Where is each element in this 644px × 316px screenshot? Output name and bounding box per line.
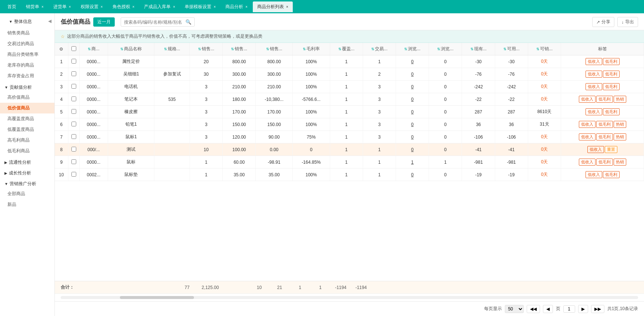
col-name[interactable]: ⇅ 商品名称 <box>108 43 154 55</box>
sidebar-group-contribution[interactable]: ▼ 贡献值分析 <box>0 81 54 92</box>
row-checkbox[interactable] <box>71 84 76 89</box>
prev-page-button[interactable]: ◀ <box>543 305 553 313</box>
export-button[interactable]: ↓ 导出 <box>617 17 638 27</box>
sidebar-item-low-value[interactable]: 低价值商品 <box>0 103 54 113</box>
sidebar-group-flow[interactable]: ▶ 流通性分析 <box>0 156 54 167</box>
select-all-checkbox[interactable] <box>71 46 76 51</box>
col-profit-rate[interactable]: ⇅ 毛利率 <box>292 43 330 55</box>
col-sales-qty[interactable]: ⇅ 销售... <box>189 43 222 55</box>
row-checkbox[interactable] <box>71 109 76 114</box>
close-icon[interactable]: × <box>173 5 175 9</box>
next-page-button[interactable]: ▶ <box>578 305 588 313</box>
per-page-select[interactable]: 50 100 200 <box>505 305 524 313</box>
row-checkbox[interactable] <box>71 59 76 64</box>
close-icon[interactable]: × <box>69 5 71 9</box>
sidebar-item-low-profit[interactable]: 低毛利商品 <box>0 146 54 156</box>
row-browse1[interactable]: 1 <box>396 156 429 169</box>
row-browse1[interactable]: 0 <box>396 106 429 118</box>
first-page-button[interactable]: ◀◀ <box>527 305 540 313</box>
nav-sales[interactable]: 销货单 × <box>21 1 48 12</box>
nav-role-auth[interactable]: 角色授权 × <box>108 1 139 12</box>
row-code: 000/... <box>79 143 108 156</box>
row-browse1[interactable]: 0 <box>396 131 429 143</box>
close-icon[interactable]: × <box>101 5 103 9</box>
sidebar-item-low-coverage[interactable]: 低覆盖度商品 <box>0 124 54 135</box>
row-checkbox[interactable] <box>71 147 76 152</box>
col-code[interactable]: ⇅ 商... <box>79 43 108 55</box>
row-browse1[interactable]: 0 <box>396 68 429 81</box>
nav-product-analysis-list[interactable]: 商品分析列表 × <box>253 1 293 12</box>
close-icon[interactable]: × <box>245 5 248 9</box>
col-spec[interactable]: ⇅ 规格... <box>154 43 189 55</box>
sidebar-item-traded-goods[interactable]: 交易过的商品 <box>0 38 54 49</box>
close-icon[interactable]: × <box>286 5 288 9</box>
row-checkbox[interactable] <box>71 71 76 76</box>
sidebar-item-high-value[interactable]: 高价值商品 <box>0 92 54 103</box>
tag-badge: 低收入 <box>586 58 602 65</box>
page-input[interactable] <box>563 305 575 313</box>
row-checkbox[interactable] <box>71 96 76 101</box>
row-number: 1 <box>55 55 68 68</box>
last-page-button[interactable]: ▶▶ <box>591 305 604 313</box>
sidebar-item-stock-capital[interactable]: 库存资金占用 <box>0 71 54 81</box>
col-coverage[interactable]: ⇅ 覆盖... <box>330 43 363 55</box>
sidebar-item-all-goods[interactable]: 全部商品 <box>0 188 54 199</box>
sidebar-item-category-sales-rate[interactable]: 商品分类销售率 <box>0 49 54 60</box>
nav-auth-settings[interactable]: 权限设置 × <box>76 1 107 12</box>
col-avail[interactable]: ⇅ 可用... <box>495 43 528 55</box>
col-sales-amount2[interactable]: ⇅ 销售... <box>256 43 293 55</box>
col-stock[interactable]: ⇅ 现有... <box>462 43 495 55</box>
row-checkbox[interactable] <box>71 159 76 164</box>
row-browse1[interactable]: 0 <box>396 93 429 106</box>
sidebar-group-marketing[interactable]: ▼ 营销推广分析 <box>0 178 54 188</box>
sidebar-item-high-profit[interactable]: 高毛利商品 <box>0 135 54 146</box>
row-tags: 低收入低毛利 <box>561 55 644 68</box>
search-icon[interactable]: 🔍 <box>185 19 191 25</box>
row-checkbox[interactable] <box>71 122 76 126</box>
sidebar-item-new-goods[interactable]: 新品 <box>0 199 54 210</box>
table-wrapper[interactable]: ⚙ ⇅ 商... ⇅ <box>55 43 644 281</box>
nav-finished-goods[interactable]: 产成品入库单 × <box>140 1 180 12</box>
table-row: 20000...吴细细1参加复试30300.00300.00100%1200-7… <box>55 68 644 81</box>
row-browse1[interactable]: 0 <box>396 118 429 131</box>
tag-badge: 低收入 <box>579 96 596 103</box>
sidebar-group-overall[interactable]: ▼ 整体信息 <box>4 16 48 26</box>
sidebar-item-high-coverage[interactable]: 高覆盖度商品 <box>0 113 54 124</box>
sidebar-group-growth[interactable]: ▶ 成长性分析 <box>0 167 54 178</box>
nav-purchase[interactable]: 进货单 × <box>49 1 76 12</box>
col-browse1[interactable]: ⇅ 浏览... <box>396 43 429 55</box>
row-browse1[interactable]: 0 <box>396 169 429 181</box>
gear-icon[interactable]: ⚙ <box>59 47 63 52</box>
share-button[interactable]: ↗ 分享 <box>592 17 614 27</box>
close-icon[interactable]: × <box>133 5 135 9</box>
sidebar-item-sales-goods[interactable]: 销售类商品 <box>0 28 54 38</box>
row-browse1[interactable]: 0 <box>396 81 429 93</box>
row-trade: 2 <box>363 68 396 81</box>
sidebar-item-old-stock[interactable]: 老库存的商品 <box>0 60 54 71</box>
nav-home[interactable]: 首页 <box>3 1 21 12</box>
table-row: 10000...属性定价20800.00800.00100%1100-30-30… <box>55 55 644 68</box>
table-row: 100002...鼠标垫135.0035.00100%1100-19-190天低… <box>55 169 644 181</box>
col-gear[interactable]: ⚙ <box>55 43 68 55</box>
row-code: 0000... <box>79 55 108 68</box>
nav-product-analysis[interactable]: 商品分析 × <box>221 1 252 12</box>
row-checkbox[interactable] <box>71 172 76 177</box>
sort-icon: ⇅ <box>266 47 269 51</box>
row-qty: 1 <box>189 169 222 181</box>
row-sales1: 35.00 <box>223 169 256 181</box>
filter-recent-month-button[interactable]: 近一月 <box>93 17 115 27</box>
row-browse1[interactable]: 0 <box>396 55 429 68</box>
row-checkbox[interactable] <box>71 134 76 139</box>
horizontal-scrollbar[interactable] <box>61 296 638 299</box>
col-sellable[interactable]: ⇅ 可销... <box>528 43 561 55</box>
close-icon[interactable]: × <box>41 5 44 9</box>
col-trade[interactable]: ⇅ 交易... <box>363 43 396 55</box>
col-browse2[interactable]: ⇅ 浏览... <box>429 43 462 55</box>
col-sales-amount1[interactable]: ⇅ 销售... <box>223 43 256 55</box>
row-browse1[interactable]: 0 <box>396 143 429 156</box>
nav-template-settings[interactable]: 单据模板设置 × <box>180 1 220 12</box>
search-input[interactable] <box>124 20 184 25</box>
col-checkbox-header[interactable] <box>68 43 79 55</box>
sidebar-collapse-btn[interactable]: ◀ <box>48 18 51 24</box>
close-icon[interactable]: × <box>214 5 216 9</box>
